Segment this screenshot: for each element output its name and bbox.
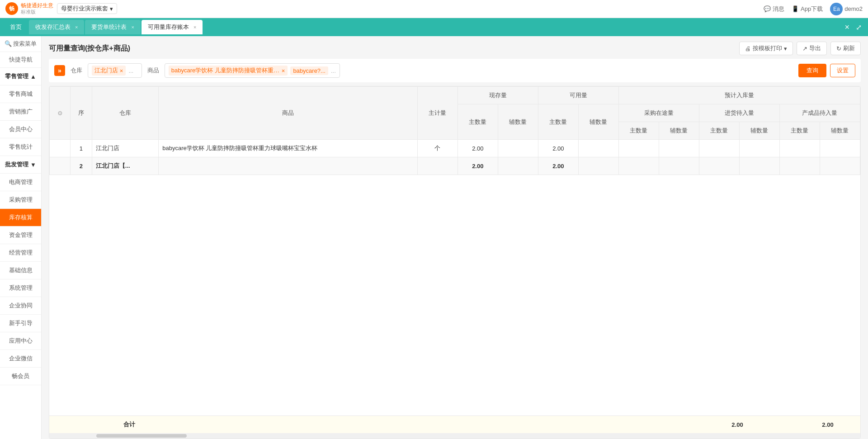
tab-close-available[interactable]: × xyxy=(193,24,196,30)
warehouse-label: 仓库 xyxy=(71,66,82,75)
filter-actions: 查询 设置 xyxy=(798,64,855,77)
sidebar-item-retail-stats[interactable]: 零售统计 xyxy=(0,138,41,156)
remove-product-tag[interactable]: × xyxy=(282,67,285,74)
td-stock-main-2: 2.00 xyxy=(458,157,498,175)
tab-close-receive-send[interactable]: × xyxy=(75,24,78,30)
sidebar-item-member-center[interactable]: 会员中心 xyxy=(0,121,41,138)
sidebar-item-basic-info[interactable]: 基础信息 xyxy=(0,262,41,279)
th-inbound-group: 进货待入量 xyxy=(699,104,779,122)
warehouse-more[interactable]: ... xyxy=(128,67,133,74)
sidebar-item-purchase-mgmt[interactable]: 采购管理 xyxy=(0,191,41,209)
filter-toggle-btn[interactable]: » xyxy=(54,65,65,76)
filter-bar: » 仓库 江北门店 × ... 商品 babycare学饮杯 儿童防摔防撞吸管杯… xyxy=(49,59,861,82)
sidebar-item-app-center[interactable]: 应用中心 xyxy=(0,332,41,350)
td-inbound-main-1 xyxy=(699,140,739,157)
chevron-down-icon: ▾ xyxy=(784,45,787,52)
warehouse-field[interactable]: 江北门店 × ... xyxy=(88,63,142,78)
user-menu[interactable]: Ea demo2 xyxy=(830,3,863,15)
sidebar-item-enterprise-wechat[interactable]: 企业微信 xyxy=(0,350,41,368)
th-inbound-aux: 辅数量 xyxy=(739,122,779,140)
sidebar-item-wholesale-mgmt[interactable]: 批发管理 ▼ xyxy=(0,156,41,174)
th-avail-main: 主数量 xyxy=(538,104,578,140)
sidebar-item-marketing[interactable]: 营销推广 xyxy=(0,103,41,121)
product-more[interactable]: ... xyxy=(331,67,336,74)
top-bar-right: 💬 消息 📱 App下载 Ea demo2 xyxy=(764,3,863,15)
export-btn[interactable]: ↗ 导出 xyxy=(797,42,827,55)
settings-btn[interactable]: 设置 xyxy=(830,64,855,77)
page-title: 可用量查询(按仓库+商品) xyxy=(49,44,130,53)
td-avail-aux-2 xyxy=(578,157,618,175)
td-production-aux-1 xyxy=(820,140,860,157)
tab-receive-send[interactable]: 收发存汇总表 × xyxy=(29,20,84,34)
chevron-down-icon: ▼ xyxy=(30,161,36,168)
sidebar-item-enterprise-collab[interactable]: 企业协同 xyxy=(0,297,41,315)
th-planned-in-group: 预计入库量 xyxy=(618,87,860,104)
table-scroll[interactable]: ⚙ 序 仓库 商品 主计量 现存量 可用量 预计入库量 主数量 辅数量 xyxy=(49,86,860,415)
td-unit-1: 个 xyxy=(417,140,458,157)
print-btn[interactable]: 🖨 按模板打印 ▾ xyxy=(739,42,793,55)
tab-close-order-stats[interactable]: × xyxy=(131,24,134,30)
sidebar-item-inventory-check[interactable]: 库存核算 xyxy=(0,209,41,227)
sidebar-item-system-mgmt[interactable]: 系统管理 xyxy=(0,279,41,297)
scrollbar-thumb[interactable] xyxy=(96,434,187,438)
td-purchase-aux-1 xyxy=(659,140,699,157)
td-purchase-main-1 xyxy=(618,140,659,157)
logo-area: 畅 畅捷通好生意 标准版 xyxy=(5,2,53,15)
table-row: 2 江北门店【... 2.00 2.00 xyxy=(50,157,860,175)
avatar: Ea xyxy=(830,3,843,15)
sidebar-item-retail-mgmt[interactable]: 零售管理 ▲ xyxy=(0,68,41,85)
sidebar-item-ops-mgmt[interactable]: 经营管理 xyxy=(0,244,41,262)
th-purchase-aux: 辅数量 xyxy=(659,122,699,140)
message-btn[interactable]: 💬 消息 xyxy=(764,5,784,13)
th-purchase-group: 采购在途量 xyxy=(618,104,699,122)
product-field[interactable]: babycare学饮杯 儿童防摔防撞吸管杯重力球吸嘴杯宝宝水杯 × babyca… xyxy=(165,63,340,78)
sidebar-item-member-vip[interactable]: 畅会员 xyxy=(0,368,41,385)
tab-available[interactable]: 可用量库存账本 × xyxy=(142,20,203,34)
th-production-main: 主数量 xyxy=(779,122,820,140)
th-settings[interactable]: ⚙ xyxy=(50,87,71,140)
refresh-icon: ↻ xyxy=(836,45,841,52)
refresh-btn[interactable]: ↻ 刷新 xyxy=(830,42,861,55)
td-inbound-aux-2 xyxy=(739,157,779,175)
th-production-group: 产成品待入量 xyxy=(779,104,860,122)
td-avail-aux-1 xyxy=(578,140,618,157)
sidebar-search[interactable]: 🔍 搜索菜单 xyxy=(0,36,41,52)
sidebar-quick-nav[interactable]: 快捷导航 xyxy=(0,52,41,68)
th-avail-aux: 辅数量 xyxy=(578,104,618,140)
td-no-1: 1 xyxy=(71,140,92,157)
product-tag-babycare2: babycare?... xyxy=(290,66,328,75)
td-purchase-aux-2 xyxy=(659,157,699,175)
logo-icon: 畅 xyxy=(5,2,18,15)
search-icon: 🔍 xyxy=(5,40,12,47)
sidebar: 🔍 搜索菜单 快捷导航 零售管理 ▲ 零售商城 营销推广 会员中心 零售统计 批… xyxy=(0,36,42,439)
logo-text: 畅捷通好生意 标准版 xyxy=(21,2,53,15)
horizontal-scrollbar[interactable] xyxy=(49,433,860,439)
tab-home[interactable]: 首页 xyxy=(4,20,28,34)
sidebar-item-new-guide[interactable]: 新手引导 xyxy=(0,315,41,332)
td-stock-main-1: 2.00 xyxy=(458,140,498,157)
tab-order-stats[interactable]: 要货单统计表 × xyxy=(85,20,140,34)
td-production-aux-2 xyxy=(820,157,860,175)
page-header: 可用量查询(按仓库+商品) 🖨 按模板打印 ▾ ↗ 导出 ↻ 刷新 xyxy=(42,36,868,59)
td-product-2 xyxy=(159,157,417,175)
sidebar-item-retail-mall[interactable]: 零售商城 xyxy=(0,85,41,103)
tab-expand-btn[interactable]: ⤢ xyxy=(853,23,864,32)
th-stock-aux: 辅数量 xyxy=(498,104,538,140)
app-download-btn[interactable]: 📱 App下载 xyxy=(792,5,823,13)
sidebar-item-ecommerce-mgmt[interactable]: 电商管理 xyxy=(0,174,41,191)
sidebar-item-finance-mgmt[interactable]: 资金管理 xyxy=(0,227,41,244)
print-icon: 🖨 xyxy=(745,45,751,52)
query-btn[interactable]: 查询 xyxy=(798,64,826,77)
nav-tabs: 首页 收发存汇总表 × 要货单统计表 × 可用量库存账本 × × ⤢ xyxy=(0,18,868,36)
td-warehouse-2: 江北门店【... xyxy=(92,157,159,175)
message-icon: 💬 xyxy=(764,5,771,12)
chevron-down-icon: ▾ xyxy=(110,5,113,12)
td-production-main-1 xyxy=(779,140,820,157)
th-no: 序 xyxy=(71,87,92,140)
tab-close-all-btn[interactable]: × xyxy=(842,23,852,32)
table-area: ⚙ 序 仓库 商品 主计量 现存量 可用量 预计入库量 主数量 辅数量 xyxy=(49,86,861,439)
table-footer: 合计 2.00 2.00 xyxy=(49,415,860,433)
product-tag-babycare: babycare学饮杯 儿童防摔防撞吸管杯重力球吸嘴杯宝宝水杯 × xyxy=(169,66,288,76)
account-dropdown[interactable]: 母婴行业演示账套 ▾ xyxy=(57,3,117,14)
remove-warehouse-tag[interactable]: × xyxy=(120,67,123,74)
